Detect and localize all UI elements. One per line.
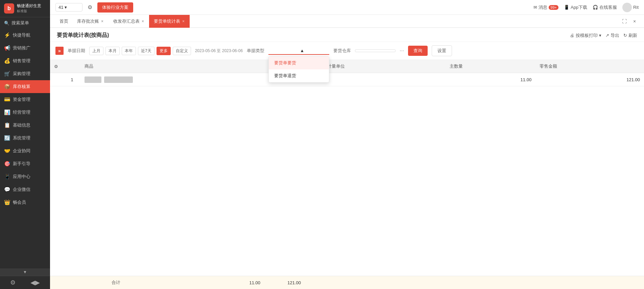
col-settings[interactable]: ⚙ — [50, 60, 64, 73]
search-menu-item[interactable]: 🔍 搜索菜单 — [0, 17, 50, 29]
messages-label: 消息 — [539, 4, 547, 10]
sidebar-scroll-down[interactable]: ▼ — [0, 268, 50, 276]
sidebar-item-marketing[interactable]: 📢 营销推广 — [0, 42, 50, 54]
sidebar-item-app-center[interactable]: 📱 应用中心 — [0, 170, 50, 183]
sidebar-item-label: 销售管理 — [13, 58, 30, 64]
sidebar-nav: ⚡ 快捷导航 📢 营销推广 💰 销售管理 🛒 采购管理 📦 库存核算 💳 资金管… — [0, 29, 50, 268]
topbar-gear-button[interactable]: ⚙ — [85, 3, 95, 12]
quick-nav-icon: ⚡ — [4, 32, 10, 38]
row-num-cell: 1 — [64, 73, 80, 86]
store-chevron-icon: ▾ — [65, 5, 67, 10]
tab-order-stats[interactable]: 要货单统计表 × — [149, 15, 190, 28]
dropdown-item-order-return[interactable]: 要货单退货 — [269, 69, 329, 82]
tab-close-icon[interactable]: × — [182, 19, 185, 24]
footer-amount: 121.00 — [274, 280, 301, 285]
sidebar-item-label: 资金管理 — [13, 96, 30, 103]
tab-label: 库存批次账 — [77, 18, 99, 24]
tabs-close-all-button[interactable]: × — [630, 17, 639, 25]
tab-label: 收发存汇总表 — [113, 18, 140, 24]
tab-close-icon[interactable]: × — [101, 19, 103, 24]
messages-button[interactable]: ✉ 消息 99+ — [533, 4, 558, 10]
wechat-icon: 💬 — [4, 186, 10, 193]
sidebar-item-quick-nav[interactable]: ⚡ 快捷导航 — [0, 29, 50, 42]
filter-type-select[interactable]: ▲ — [268, 47, 329, 55]
sidebar-item-label: 库存核算 — [13, 84, 30, 90]
sidebar-item-vip[interactable]: 👑 畅会员 — [0, 196, 50, 209]
tabs-expand-button[interactable]: ⛶ — [620, 17, 628, 25]
filter-settings-button[interactable]: 设置 — [432, 45, 452, 56]
filter-type-wrapper: ▲ 要货单要货 要货单退货 — [268, 47, 329, 55]
tab-close-icon[interactable]: × — [142, 19, 144, 24]
sidebar-item-label: 基础信息 — [13, 122, 30, 128]
sidebar-toggle-btn[interactable]: ◀▶ — [30, 279, 40, 286]
filter-dots-icon[interactable]: ··· — [400, 48, 404, 54]
tab-collect-dispatch[interactable]: 收发存汇总表 × — [109, 15, 149, 28]
logo-name: 畅捷通好生意 — [17, 3, 41, 9]
filter-expand-button[interactable]: » — [55, 47, 64, 55]
print-label: 按模板打印 — [576, 32, 598, 39]
app-download-button[interactable]: 📱 App下载 — [564, 4, 587, 10]
trial-button[interactable]: 体验行业方案 — [97, 2, 133, 13]
sidebar-item-basic-info[interactable]: 📋 基础信息 — [0, 119, 50, 132]
query-button[interactable]: 查询 — [408, 46, 428, 56]
table-area: ⚙ 商品 主计量单位 主数量 零售金额 1 ██ ████ — [50, 60, 644, 276]
custom-date-btn[interactable]: 自定义 — [173, 47, 191, 55]
sidebar-item-finance[interactable]: 💳 资金管理 — [0, 93, 50, 106]
search-menu-label: 搜索菜单 — [11, 20, 29, 26]
footer-quantity: 11.00 — [233, 280, 260, 285]
guide-icon: 🎯 — [4, 161, 10, 167]
sidebar-item-label: 企业微信 — [13, 186, 30, 193]
topbar-left: 41 ▾ ⚙ 体验行业方案 — [55, 2, 529, 13]
sidebar-item-purchase[interactable]: 🛒 采购管理 — [0, 67, 50, 80]
sidebar-item-label: 新手引导 — [13, 161, 30, 167]
this-month-btn[interactable]: 本月 — [105, 47, 120, 55]
basic-info-icon: 📋 — [4, 122, 10, 128]
dropdown-item-order-goods[interactable]: 要货单要货 — [269, 57, 329, 69]
warehouse-label: 要货仓库 — [333, 48, 351, 54]
sidebar-item-enterprise[interactable]: 🤝 企业协同 — [0, 144, 50, 157]
sidebar-item-guide[interactable]: 🎯 新手引导 — [0, 157, 50, 170]
type-label: 单据类型 — [247, 48, 264, 54]
sidebar-item-label: 经营管理 — [13, 109, 30, 115]
page-header: 要货单统计表(按商品) 🖨 按模板打印 ▾ ↗ 导出 ↻ 刷新 — [50, 28, 644, 42]
sidebar-item-label: 应用中心 — [13, 174, 30, 180]
sidebar-settings-btn[interactable]: ⚙ — [10, 279, 16, 286]
col-unit: 主计量单位 — [319, 60, 446, 73]
sidebar-item-label: 营销推广 — [13, 45, 30, 51]
print-button[interactable]: 🖨 按模板打印 ▾ — [570, 32, 601, 39]
this-year-btn[interactable]: 本年 — [122, 47, 136, 55]
logo-icon: b — [4, 3, 14, 14]
sidebar-item-wechat[interactable]: 💬 企业微信 — [0, 183, 50, 196]
refresh-button[interactable]: ↻ 刷新 — [623, 32, 637, 39]
refresh-label: 刷新 — [628, 32, 637, 39]
online-service-button[interactable]: 🎧 在线客服 — [593, 4, 617, 10]
export-button[interactable]: ↗ 导出 — [605, 32, 619, 39]
app-logo: b 畅捷通好生意 标准版 — [0, 0, 50, 17]
filter-warehouse-select[interactable] — [355, 49, 396, 52]
date-label: 单据日期 — [68, 48, 85, 54]
col-quantity: 主数量 — [446, 60, 535, 73]
user-avatar[interactable]: Rit — [622, 3, 639, 12]
sidebar-item-sales[interactable]: 💰 销售管理 — [0, 54, 50, 67]
vip-icon: 👑 — [4, 199, 10, 205]
store-selector[interactable]: 41 ▾ — [55, 3, 82, 12]
page-content: 要货单统计表(按商品) 🖨 按模板打印 ▾ ↗ 导出 ↻ 刷新 » — [50, 28, 644, 289]
more-dates-btn[interactable]: 更多 — [157, 47, 171, 55]
footer-label: 合计 — [112, 280, 172, 286]
app-download-label: App下载 — [571, 4, 587, 10]
data-table: ⚙ 商品 主计量单位 主数量 零售金额 1 ██ ████ — [50, 60, 644, 86]
table-footer: 合计 11.00 121.00 — [50, 276, 644, 289]
sidebar-item-label: 企业协同 — [13, 148, 30, 154]
export-label: 导出 — [611, 32, 619, 39]
last-month-btn[interactable]: 上月 — [89, 47, 103, 55]
operations-icon: 📊 — [4, 109, 10, 115]
tab-inventory-batch[interactable]: 库存批次账 × — [72, 15, 109, 28]
sidebar-item-system[interactable]: 🔄 系统管理 — [0, 132, 50, 144]
filter-bar: » 单据日期 上月 本月 本年 近7天 更多 自定义 2023-05-06 至 … — [50, 42, 644, 60]
filter-type-chevron-icon: ▲ — [300, 48, 327, 53]
sidebar-item-operations[interactable]: 📊 经营管理 — [0, 106, 50, 119]
last-7-days-btn[interactable]: 近7天 — [138, 47, 154, 55]
tab-home[interactable]: 首页 — [55, 18, 72, 24]
sidebar-item-inventory[interactable]: 📦 库存核算 — [0, 80, 50, 93]
app-center-icon: 📱 — [4, 174, 10, 180]
